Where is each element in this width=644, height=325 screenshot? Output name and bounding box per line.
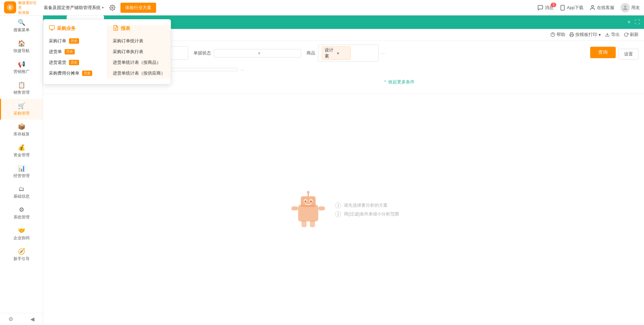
basic-icon: 🗂	[19, 186, 25, 193]
empty-state: 1 请先选择要分析的方案 2 用[过滤]条件来缩小分析范围	[288, 190, 399, 230]
query-button[interactable]: 查询	[590, 47, 616, 58]
menu-item-进货单[interactable]: 进货单历史	[47, 46, 103, 57]
menu-report-item-采购订单执行表[interactable]: 采购订单执行表	[111, 46, 167, 57]
report-title: 报表	[111, 25, 167, 32]
marketing-icon: 📢	[18, 60, 25, 68]
sales-icon: 📋	[18, 81, 25, 89]
refresh-btn[interactable]: 刷新	[624, 32, 639, 38]
message-btn[interactable]: 消息 9	[537, 5, 553, 11]
top-bar: 6 畅捷通好生意 标准版 装备及固定资产辅助管理系统 ▾ 体验行业方案 消息 9…	[0, 0, 644, 15]
industry-btn[interactable]: 体验行业方案	[120, 3, 156, 13]
status-dropdown-icon: ▾	[258, 51, 297, 56]
svg-rect-10	[298, 205, 318, 221]
svg-rect-22	[49, 26, 55, 29]
empty-tips: 1 请先选择要分析的方案 2 用[过滤]条件来缩小分析范围	[335, 202, 399, 217]
menu-report-item-采购订单统计表[interactable]: 采购订单统计表	[111, 36, 167, 46]
svg-point-17	[307, 191, 310, 194]
goods-more-icon[interactable]: ···	[381, 51, 385, 56]
goods-label: 商品	[307, 50, 315, 56]
goods-select[interactable]: 设计素 ×	[318, 45, 379, 62]
tab-close-all[interactable]: ×	[628, 19, 631, 25]
main-content: 1 请先选择要分析的方案 2 用[过滤]条件来缩小分析范围	[43, 94, 644, 325]
svg-text:6: 6	[9, 5, 11, 10]
status-label: 单据状态	[193, 50, 211, 56]
sidebar-bottom: ⚙ ◀	[0, 313, 43, 325]
sidebar-item-finance[interactable]: 💰资金管理	[0, 140, 43, 161]
salesman-more-icon[interactable]: ···	[241, 67, 244, 72]
inventory-icon: 📦	[18, 123, 25, 130]
system-icon: ⚙	[19, 206, 24, 213]
svg-point-2	[112, 7, 113, 8]
help-btn[interactable]: 帮助	[550, 32, 565, 38]
svg-point-14	[305, 200, 307, 202]
search-icon: 🔍	[18, 19, 25, 26]
tip-num-2: 2	[335, 211, 341, 217]
online-service-btn[interactable]: 在线客服	[589, 5, 614, 11]
goods-tag-close[interactable]: ×	[337, 51, 348, 56]
system-title[interactable]: 装备及固定资产辅助管理系统 ▾	[44, 5, 105, 11]
filter-goods: 商品 设计素 × ···	[307, 45, 385, 62]
print-btn[interactable]: 按模板打印 ▾	[569, 32, 601, 38]
purchase-icon: 🛒	[18, 102, 25, 110]
quicknav-icon: 🏠	[18, 40, 25, 47]
sidebar-item-basic[interactable]: 🗂基础信息	[0, 182, 43, 203]
svg-point-5	[592, 5, 594, 7]
guide-icon: 🧭	[18, 248, 25, 255]
history-badge: 历史	[65, 49, 75, 54]
history-badge: 历史	[82, 71, 92, 76]
menu-report-item-进货单统计表（按供应商）[interactable]: 进货单统计表（按供应商）	[111, 68, 167, 79]
menu-item-进货退货[interactable]: 进货退货历史	[47, 57, 103, 68]
sidebar-item-sales[interactable]: 📋销售管理	[0, 78, 43, 99]
sidebar-item-search[interactable]: 🔍搜索菜单	[0, 15, 43, 36]
tip-num-1: 1	[335, 202, 341, 208]
svg-rect-21	[310, 220, 315, 227]
svg-rect-20	[301, 220, 307, 227]
chevron-up-icon: ⌃	[383, 80, 387, 85]
menu-col-report: 报表 采购订单统计表采购订单执行表进货单统计表（按商品）进货单统计表（按供应商）	[107, 25, 171, 79]
empty-tip-2: 2 用[过滤]条件来缩小分析范围	[335, 211, 399, 217]
tab-bar-actions: × ⛶	[628, 19, 640, 25]
empty-illustration	[288, 190, 328, 230]
top-right: 消息 9 App下载 在线客服 用友	[537, 3, 640, 12]
logo-area: 6 畅捷通好生意 标准版	[4, 0, 41, 15]
svg-rect-8	[571, 35, 573, 37]
export-btn[interactable]: 导出	[605, 32, 620, 38]
svg-point-15	[310, 200, 312, 202]
finance-icon: 💰	[18, 144, 25, 151]
menu-report-item-进货单统计表（按商品）[interactable]: 进货单统计表（按商品）	[111, 57, 167, 68]
sidebar-item-enterprise[interactable]: 🤝企业协同	[0, 224, 43, 244]
business-title: 采购业务	[47, 25, 103, 32]
enterprise-icon: 🤝	[18, 227, 25, 234]
logo-text: 畅捷通好生意 标准版	[18, 0, 37, 15]
sidebar-settings-icon[interactable]: ⚙	[8, 316, 13, 322]
logo-icon: 6	[4, 1, 16, 13]
sidebar-item-purchase[interactable]: 🛒采购管理	[0, 99, 43, 120]
settings-button[interactable]: 设置	[618, 49, 639, 59]
sidebar-item-system[interactable]: ⚙系统管理	[0, 203, 43, 224]
sidebar-item-guide[interactable]: 🧭新手引导	[0, 244, 43, 265]
message-badge: 9	[551, 3, 556, 7]
sidebar-collapse-icon[interactable]: ◀	[30, 316, 34, 322]
print-dropdown-icon[interactable]: ▾	[599, 32, 601, 37]
operation-icon: 📊	[18, 165, 25, 172]
goods-tag: 设计素 ×	[322, 46, 351, 60]
menu-item-采购订单[interactable]: 采购订单历史	[47, 36, 103, 46]
history-badge: 历史	[69, 60, 79, 65]
settings-icon-btn[interactable]	[108, 3, 117, 12]
sidebar-item-quicknav[interactable]: 🏠快捷导航	[0, 36, 43, 57]
tab-fullscreen[interactable]: ⛶	[635, 19, 640, 25]
collapse-btn[interactable]: ⌃ 收起更多条件	[383, 78, 415, 86]
svg-rect-3	[561, 5, 565, 10]
sidebar-item-inventory[interactable]: 📦库存核算	[0, 120, 43, 140]
status-select[interactable]: ▾	[214, 49, 301, 57]
svg-rect-18	[291, 206, 298, 210]
sidebar-item-operation[interactable]: 📊经营管理	[0, 161, 43, 182]
user-btn[interactable]: 用友	[620, 3, 640, 12]
menu-item-采购费用分摊单[interactable]: 采购费用分摊单历史	[47, 68, 103, 79]
sidebar-item-marketing[interactable]: 📢营销推广	[0, 57, 43, 78]
avatar	[620, 3, 630, 12]
app-download-btn[interactable]: App下载	[560, 5, 583, 11]
purchase-dropdown-menu: 采购业务 采购订单历史进货单历史进货退货历史采购费用分摊单历史 报表 采购订单统…	[43, 19, 171, 84]
sidebar: 🔍搜索菜单🏠快捷导航📢营销推广📋销售管理🛒采购管理📦库存核算💰资金管理📊经营管理…	[0, 15, 43, 325]
business-icon	[49, 25, 55, 32]
